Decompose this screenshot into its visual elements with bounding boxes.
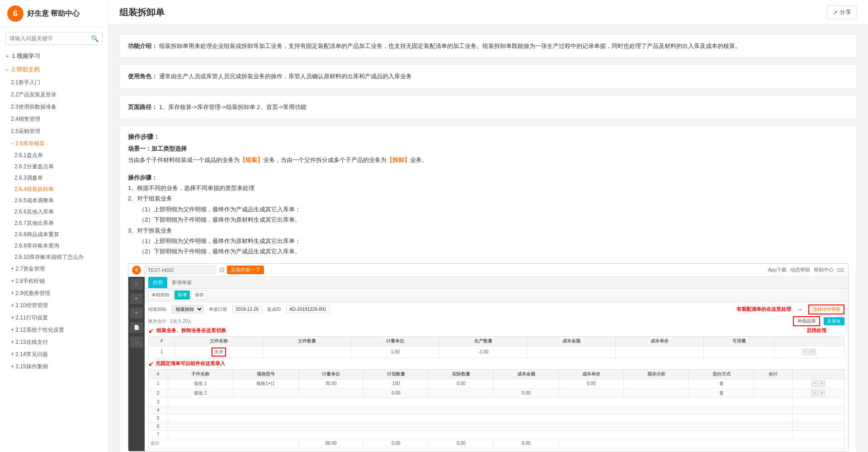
ss-form-row: 组装拆卸 组装拆卸 单据日期 2019-12-26 集成ID AD-201912… (148, 305, 844, 314)
ss-app-link: App下载 (768, 266, 787, 273)
expand-icon: + (11, 278, 14, 284)
ss-row-del-2[interactable]: × (819, 390, 825, 396)
sidebar-item-docs-263[interactable]: 2.6.3调拨单 (0, 172, 108, 184)
page-title: 组装拆卸单 (119, 6, 165, 19)
ss-btn-save[interactable]: 保存 (192, 290, 207, 300)
expand-icon: + (11, 351, 14, 357)
expand-icon: + (11, 327, 14, 333)
sidebar-item-docs-27[interactable]: + 2.7资金管理 (0, 263, 108, 275)
table-row: 1 煤批 1 规格1+(1 30.00 100 0.00 0.00 (149, 379, 844, 388)
ss-col-avail: 可用量 (704, 336, 774, 346)
ss-row-del-1[interactable]: × (819, 381, 825, 387)
ss-col-parent-qty: 父件数量 (263, 336, 351, 346)
share-button[interactable]: ↗ 分享 (827, 5, 857, 19)
ss-footer-total: 89.00 (298, 438, 363, 448)
ss-topbar-right: App下载 动态帮助 帮助中心 CC (768, 266, 844, 273)
sidebar-item-docs-265[interactable]: 2.6.5成本调整单 (0, 195, 108, 206)
sidebar-item-docs-267[interactable]: 2.6.7其他出库单 (0, 218, 108, 229)
sidebar-item-docs-23[interactable]: 2.3使用前数据准备 (0, 101, 108, 113)
ss-field-label-type: 组装拆卸 (148, 306, 166, 313)
table-row: 3 (149, 398, 844, 406)
ss-count-subtext: 1次入 20人 (170, 318, 192, 324)
ss-lcol-method: 划分方式 (689, 369, 754, 379)
sidebar-item-docs-215[interactable]: + 2.15操作案例 (0, 361, 108, 373)
ss-col-num: # (149, 336, 175, 346)
ss-type-select[interactable]: 组装拆卸 (172, 305, 203, 314)
sidebar-item-videos-label: 1.视频学习 (12, 52, 40, 60)
ss-nav-more[interactable]: … (130, 337, 143, 347)
ss-lcol-unit: 计量单位 (298, 369, 363, 379)
step-2-sub-1: （1）上部明细为父件明细，最终作为产成品生成其它入库单； (128, 204, 849, 214)
sidebar-item-docs-21[interactable]: 2.1新手入门 (0, 76, 108, 89)
role-box: 使用角色： 通常由生产人员或库管人员完成拆装业务的操作，库管人员确认原材料的出库… (119, 64, 857, 88)
ss-red-box-input[interactable]: 补偿品用 (793, 316, 820, 326)
ss-settings-icon[interactable]: ⚙ (219, 266, 225, 274)
search-icon[interactable]: 🔍 (91, 35, 99, 42)
ss-lcol-analysis: 期末分析 (624, 369, 689, 379)
path-text: 1、库存核算->库存管理->组装拆卸单 2、首页->常用功能 (159, 104, 307, 110)
ss-arrow-down: ↙ (148, 360, 154, 367)
ss-tab-new[interactable]: 新增单据 (167, 277, 196, 288)
ss-cc: CC (837, 267, 844, 273)
sidebar-item-docs-269[interactable]: 2.6.9库存账本查询 (0, 240, 108, 252)
sidebar-item-docs-266[interactable]: 2.6.6其他入库单 (0, 206, 108, 218)
path-label: 页面路径： (128, 104, 157, 110)
sidebar-item-docs-2610[interactable]: 2.6.10库存账本搞错了怎么办 (0, 252, 108, 263)
sidebar-item-docs-24[interactable]: 2.4销售管理 (0, 113, 108, 125)
sidebar-item-docs-22[interactable]: 2.2产品安装及登录 (0, 89, 108, 101)
expand-icon: + (11, 302, 14, 309)
ss-row-add-2[interactable]: + (811, 390, 818, 396)
sidebar-item-docs-28[interactable]: + 2.8手机旺铺 (0, 275, 108, 287)
ss-topbar-logo: 6 (132, 266, 141, 275)
ss-nav-doc[interactable]: 📄 (130, 322, 143, 333)
sidebar-item-docs-25[interactable]: 2.5采购管理 (0, 125, 108, 138)
scene-desc: 当由多个子件材料组装成一个成品的业务为【组装】业务，当由一个父件拆分成多个子产品… (128, 155, 849, 165)
ss-complete-btn[interactable]: 完善的前一下 (227, 266, 264, 274)
main-header: 组装拆卸单 ↗ 分享 (108, 0, 868, 25)
ss-btn-assembly[interactable]: 本组拆卸 (148, 290, 173, 300)
ss-tab-ziyingye[interactable]: 自营 (148, 277, 167, 288)
ss-nav-home[interactable]: ⌂ (130, 279, 143, 290)
collapse-icon: − (5, 67, 9, 73)
sidebar-item-docs-212[interactable]: + 2.12系统个性化设置 (0, 324, 108, 336)
search-input[interactable] (9, 35, 91, 42)
ss-nav-list[interactable]: ≡ (130, 293, 143, 304)
ss-row-add-1[interactable]: + (811, 381, 818, 387)
ss-footer-col4: 0.00 (494, 438, 559, 448)
ss-field-label-date: 单据日期 (209, 306, 227, 313)
sidebar-item-docs-261[interactable]: 2.6.1盘点单 (0, 150, 108, 161)
ss-confirm-btn[interactable]: 及更改 (824, 317, 844, 325)
sidebar-item-docs-29[interactable]: + 2.9优惠券管理 (0, 287, 108, 300)
ss-arrow-right: → (797, 306, 803, 313)
sidebar-item-videos[interactable]: + 1.视频学习 (0, 49, 108, 63)
sidebar-item-docs-264[interactable]: 2.6.4组装拆卸单 (0, 184, 108, 195)
expand-icon: + (5, 52, 9, 60)
screenshot-image: 6 TEST-H002 ⚙ 完善的前一下 App下载 动态帮助 帮助中心 CC (128, 264, 848, 451)
ss-upper-table: # 父件名称 父件数量 计量单位 生产数量 成本金额 成本单价 可用量 (148, 336, 844, 358)
brand-name: 好生意 帮助中心 (27, 9, 80, 19)
role-label: 使用角色： (128, 73, 157, 80)
sidebar-item-docs-268[interactable]: 2.6.8商品成本重算 (0, 229, 108, 240)
ss-nav-add[interactable]: + (130, 308, 143, 319)
share-label: 分享 (840, 8, 851, 16)
sidebar-item-docs-26[interactable]: − 2.6库存核算 (0, 138, 108, 150)
search-box[interactable]: 🔍 (5, 32, 103, 45)
ss-col-parent-name: 父件名称 (175, 336, 263, 346)
step-2-sub-2: （2）下部明细为子件明细，最终作为原材料生成其它出库单。 (128, 214, 849, 225)
sidebar-item-docs-262[interactable]: 2.6.2分量盘点单 (0, 161, 108, 172)
share-icon: ↗ (833, 9, 838, 16)
ss-col-cost-amount: 成本金额 (528, 336, 616, 346)
sidebar-item-docs-214[interactable]: + 2.14常见问题 (0, 348, 108, 361)
ss-lcol-sub-name: 子件名称 (168, 369, 233, 379)
sidebar-item-docs[interactable]: − 2.帮助文档 (0, 63, 108, 76)
ss-btn-new[interactable]: 新增 (175, 290, 190, 300)
sidebar-item-docs-211[interactable]: + 2.11打印设置 (0, 312, 108, 324)
ss-row-add[interactable]: + (802, 349, 809, 355)
sidebar-header: 6 好生意 帮助中心 (0, 0, 108, 28)
sidebar-item-docs-210[interactable]: + 2.10经营管理 (0, 300, 108, 312)
intro-label: 功能介绍： (128, 43, 157, 49)
sidebar-item-docs-213[interactable]: + 2.13在线支付 (0, 336, 108, 348)
ss-annotation-bottom: 无固定清单可以组件在这里录入 (156, 360, 225, 367)
role-text: 通常由生产人员或库管人员完成拆装业务的操作，库管人员确认原材料的出库和产成品的入… (159, 73, 412, 80)
ss-row-del[interactable]: × (810, 349, 816, 355)
